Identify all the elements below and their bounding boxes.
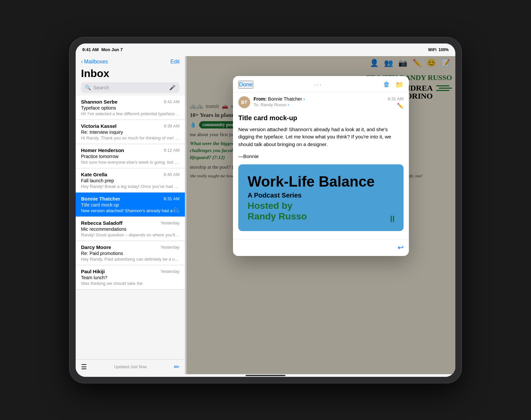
mail-sender: Shannon Serbe bbox=[81, 99, 117, 105]
from-label: From: bbox=[254, 96, 267, 102]
email-time: 8:31 AM bbox=[388, 96, 404, 101]
mail-subject: Team lunch? bbox=[81, 275, 180, 280]
mail-preview: Hi Randy, Thank you so much for thinking… bbox=[81, 135, 180, 140]
home-indicator bbox=[246, 375, 285, 376]
mailboxes-back-button[interactable]: ‹ Mailboxes bbox=[81, 59, 108, 65]
mail-time: 9:41 AM bbox=[164, 99, 180, 104]
wifi-icon: WiFi bbox=[428, 47, 436, 52]
recipient-name[interactable]: Randy Russo bbox=[261, 102, 286, 107]
mail-subject: Re: Paid promotions bbox=[81, 251, 180, 256]
podcast-attachment-card[interactable]: Work-Life Balance A Podcast Series Hoste… bbox=[238, 164, 404, 231]
folder-icon[interactable]: 📁 bbox=[395, 81, 404, 89]
mail-footer: ☰ Updated Just Now ✏ bbox=[76, 359, 185, 374]
done-button[interactable]: Done bbox=[238, 81, 253, 89]
mail-time: Yesterday bbox=[161, 269, 180, 274]
mail-subject: Re: Interview inquiry bbox=[81, 129, 180, 135]
attachment-icon: 📎 bbox=[174, 207, 180, 212]
inbox-title: Inbox bbox=[76, 66, 185, 82]
mail-item[interactable]: Homer Henderson 9:12 AM Practice tomorro… bbox=[76, 144, 185, 168]
mail-sender: Victoria Kassel bbox=[81, 123, 116, 129]
search-placeholder: Search bbox=[93, 85, 109, 90]
mail-preview: Hi! I've selected a few different potent… bbox=[81, 111, 180, 116]
mail-item[interactable]: Darcy Moore Yesterday Re: Paid promotion… bbox=[76, 241, 185, 265]
from-chevron: › bbox=[303, 96, 305, 102]
mail-preview: Was thinking we should take the bbox=[81, 281, 180, 286]
popup-header: Done ··· 🗑 📁 bbox=[233, 76, 409, 92]
compose-icon[interactable]: ✏ bbox=[174, 363, 180, 371]
play-pause-button[interactable]: ⏸ bbox=[388, 213, 397, 224]
popup-footer: ↩ bbox=[233, 239, 409, 256]
mail-preview: Randy! Good question – depends on where … bbox=[81, 232, 180, 237]
from-line: From: Bonnie Thatcher › bbox=[254, 96, 384, 102]
mail-sender: Bonnie Thatcher bbox=[81, 196, 120, 202]
mail-sender: Paul Hikiji bbox=[81, 269, 105, 274]
to-label: To: bbox=[254, 102, 259, 107]
drag-handle: ··· bbox=[314, 81, 323, 88]
mailboxes-label: Mailboxes bbox=[84, 59, 108, 65]
mail-subject: Fall launch prep bbox=[81, 178, 180, 183]
list-icon: ☰ bbox=[81, 363, 87, 371]
home-indicator-bar bbox=[76, 374, 455, 377]
popup-actions: 🗑 📁 bbox=[383, 81, 404, 89]
mail-sender: Rebecca Saladoff bbox=[81, 220, 122, 226]
mail-time: Yesterday bbox=[161, 245, 180, 250]
mail-time: 9:12 AM bbox=[164, 148, 180, 153]
mail-item[interactable]: Rebecca Saladoff Yesterday Mic recommend… bbox=[76, 217, 185, 241]
sender-avatar: BT bbox=[238, 96, 250, 108]
mail-item-selected[interactable]: Bonnie Thatcher 8:31 AM Title card mock-… bbox=[76, 193, 185, 217]
sender-details: From: Bonnie Thatcher › To: Randy Russo … bbox=[254, 96, 384, 107]
mail-nav: ‹ Mailboxes Edit bbox=[76, 56, 185, 66]
trash-icon[interactable]: 🗑 bbox=[383, 81, 390, 88]
status-bar: 9:41 AM Mon Jun 7 WiFi 100% bbox=[76, 43, 455, 56]
pencil-edit-icon: ✏️ bbox=[397, 103, 404, 109]
notes-panel: 👤 👥 📷 ✏️ 😊 📝 CE WITH CE WITH RANDY RUSSO bbox=[187, 56, 455, 374]
status-time: 9:41 AM bbox=[82, 47, 99, 52]
mail-item[interactable]: Shannon Serbe 9:41 AM Typeface options H… bbox=[76, 96, 185, 120]
mail-sender: Homer Henderson bbox=[81, 147, 124, 153]
podcast-title: Work-Life Balance bbox=[248, 174, 394, 189]
to-line: To: Randy Russo › bbox=[254, 102, 384, 107]
search-bar[interactable]: 🔍 Search 🎤 bbox=[81, 82, 180, 93]
ipad-screen: 9:41 AM Mon Jun 7 WiFi 100% ‹ Mailboxes … bbox=[76, 43, 455, 377]
email-body: New version attached! Shannon's already … bbox=[238, 126, 404, 148]
battery-status: 100% bbox=[438, 47, 449, 52]
mail-sender: Kate Grella bbox=[81, 172, 107, 177]
to-chevron: › bbox=[288, 102, 289, 107]
mail-item[interactable]: Paul Hikiji Yesterday Team lunch? Was th… bbox=[76, 265, 185, 290]
email-signature: —Bonnie bbox=[238, 153, 404, 159]
ipad-frame: 9:41 AM Mon Jun 7 WiFi 100% ‹ Mailboxes … bbox=[70, 38, 461, 383]
status-bar-right: WiFi 100% bbox=[428, 47, 449, 52]
mail-time: 8:31 AM bbox=[164, 196, 180, 201]
mail-panel: ‹ Mailboxes Edit Inbox 🔍 Search 🎤 bbox=[76, 56, 185, 374]
podcast-hosted-label: Hosted by Randy Russo bbox=[248, 201, 394, 222]
mail-list: Shannon Serbe 9:41 AM Typeface options H… bbox=[76, 96, 185, 359]
podcast-subtitle: A Podcast Series bbox=[248, 192, 394, 199]
mail-preview: New version attached! Shannon's already … bbox=[81, 208, 180, 213]
mail-sender: Darcy Moore bbox=[81, 244, 111, 250]
mail-time: 9:39 AM bbox=[164, 124, 180, 128]
status-bar-left: 9:41 AM Mon Jun 7 bbox=[82, 47, 123, 52]
updated-text: Updated Just Now bbox=[114, 365, 147, 369]
mail-item[interactable]: Kate Grella 8:40 AM Fall launch prep Hey… bbox=[76, 168, 185, 193]
popup-body: Title card mock-up New version attached!… bbox=[233, 112, 409, 239]
mail-item[interactable]: Victoria Kassel 9:39 AM Re: Interview in… bbox=[76, 120, 185, 144]
mail-time: Yesterday bbox=[161, 220, 180, 225]
mail-subject: Practice tomorrow bbox=[81, 154, 180, 159]
sender-name[interactable]: Bonnie Thatcher bbox=[268, 96, 302, 102]
mail-preview: Hey Randy, Paid advertising can definite… bbox=[81, 257, 180, 262]
back-chevron-icon: ‹ bbox=[81, 59, 83, 65]
email-subject: Title card mock-up bbox=[238, 114, 404, 122]
main-area: ‹ Mailboxes Edit Inbox 🔍 Search 🎤 bbox=[76, 56, 455, 374]
mic-icon: 🎤 bbox=[169, 85, 176, 91]
mail-subject: Mic recommendations bbox=[81, 226, 180, 232]
mail-preview: Not sure how everyone else's week is goi… bbox=[81, 160, 180, 165]
mail-subject: Title card mock-up bbox=[81, 202, 180, 208]
popup-overlay: Done ··· 🗑 📁 BT Fr bbox=[187, 56, 455, 374]
mail-preview: Hey Randy! Break a leg today! Once you'v… bbox=[81, 184, 180, 189]
reply-button[interactable]: ↩ bbox=[398, 243, 404, 252]
status-date: Mon Jun 7 bbox=[101, 47, 122, 52]
mail-time: 8:40 AM bbox=[164, 172, 180, 177]
edit-button[interactable]: Edit bbox=[170, 59, 180, 65]
popup-from-section: BT From: Bonnie Thatcher › To: Randy Rus… bbox=[233, 92, 409, 112]
mail-subject: Typeface options bbox=[81, 105, 180, 111]
